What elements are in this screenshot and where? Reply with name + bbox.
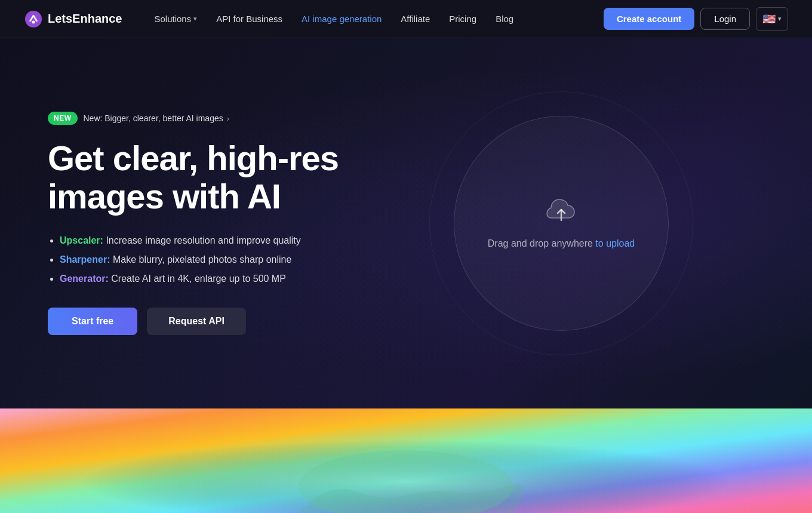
arrow-icon: › [227, 114, 229, 123]
chevron-down-icon: ▾ [778, 15, 782, 23]
login-button[interactable]: Login [700, 8, 750, 30]
start-free-button[interactable]: Start free [48, 308, 137, 335]
chevron-down-icon: ▾ [193, 15, 197, 23]
logo-text: LetsEnhance [48, 12, 122, 26]
hero-content: NEW New: Bigger, clearer, better AI imag… [48, 112, 406, 335]
nav-links: Solutions ▾ API for Business AI image ge… [146, 9, 603, 29]
new-badge-text[interactable]: New: Bigger, clearer, better AI images › [84, 113, 230, 123]
feature-sharpener: Sharpener: Make blurry, pixelated photos… [60, 253, 406, 267]
sharpener-text: Make blurry, pixelated photos sharp onli… [113, 254, 291, 265]
generator-text: Create AI art in 4K, enlarge up to 500 M… [111, 274, 286, 284]
svg-point-1 [32, 20, 35, 23]
navigation: LetsEnhance Solutions ▾ API for Business… [0, 0, 812, 38]
feature-upscaler: Upscaler: Increase image resolution and … [60, 234, 406, 248]
sharpener-label: Sharpener: [60, 254, 110, 265]
upload-link[interactable]: to upload [595, 238, 635, 248]
upload-icon [542, 198, 580, 229]
new-badge: NEW [48, 112, 78, 125]
request-api-button[interactable]: Request API [147, 308, 246, 335]
upload-text: Drag and drop anywhere to upload [488, 238, 635, 249]
flag-icon: 🇺🇸 [762, 13, 776, 26]
logo[interactable]: LetsEnhance [24, 10, 122, 29]
nav-api[interactable]: API for Business [208, 9, 291, 29]
bottom-image-strip [0, 408, 812, 513]
hero-title: Get clear, high-res images with AI [48, 139, 406, 216]
nav-pricing[interactable]: Pricing [441, 9, 485, 29]
chameleon-image [0, 408, 812, 513]
upscaler-label: Upscaler: [60, 235, 103, 245]
hero-buttons: Start free Request API [48, 308, 406, 335]
hero-section: NEW New: Bigger, clearer, better AI imag… [0, 38, 812, 408]
feature-generator: Generator: Create AI art in 4K, enlarge … [60, 272, 406, 286]
nav-solutions[interactable]: Solutions ▾ [146, 9, 205, 29]
svg-point-0 [25, 11, 42, 27]
upload-dropzone[interactable]: Drag and drop anywhere to upload [454, 116, 669, 331]
language-selector[interactable]: 🇺🇸 ▾ [756, 7, 788, 31]
nav-ai-image[interactable]: AI image generation [293, 9, 390, 29]
nav-right: Create account Login 🇺🇸 ▾ [604, 7, 788, 31]
new-badge-row: NEW New: Bigger, clearer, better AI imag… [48, 112, 406, 125]
upscaler-text: Increase image resolution and improve qu… [106, 235, 300, 245]
nav-affiliate[interactable]: Affiliate [392, 9, 438, 29]
hero-features: Upscaler: Increase image resolution and … [48, 234, 406, 286]
nav-blog[interactable]: Blog [487, 9, 522, 29]
generator-label: Generator: [60, 274, 109, 284]
create-account-button[interactable]: Create account [604, 8, 694, 30]
hero-visual: Drag and drop anywhere to upload [442, 116, 681, 331]
